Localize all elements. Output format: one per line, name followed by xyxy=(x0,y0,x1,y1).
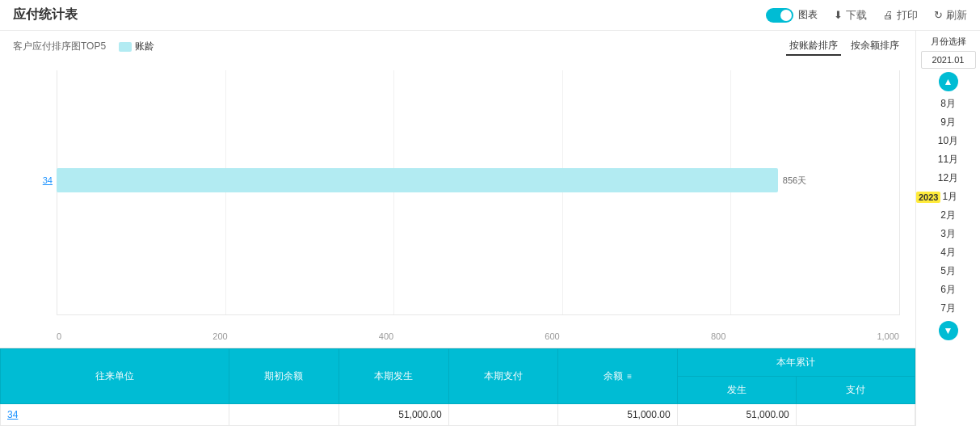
print-button[interactable]: 🖨 打印 xyxy=(883,8,918,23)
month-12[interactable]: 12月 xyxy=(916,169,980,188)
month-11[interactable]: 11月 xyxy=(916,150,980,169)
x-tick-600: 600 xyxy=(545,331,559,341)
download-icon: ⬇ xyxy=(834,9,843,21)
cell-unit: 34 xyxy=(1,404,229,426)
th-ytd-amount: 发生 xyxy=(677,377,796,404)
cell-opening xyxy=(229,404,339,426)
th-current-amount: 本期发生 xyxy=(339,349,448,404)
x-tick-400: 400 xyxy=(379,331,393,341)
th-current-paid: 本期支付 xyxy=(448,349,558,404)
month-2[interactable]: 2月 xyxy=(916,206,980,225)
refresh-button[interactable]: ↻ 刷新 xyxy=(934,8,967,23)
chart-title: 客户应付排序图TOP5 xyxy=(13,40,106,53)
th-balance: 余额 ≡ xyxy=(558,349,677,404)
month-4[interactable]: 4月 xyxy=(916,243,980,262)
toggle-track[interactable] xyxy=(766,8,793,23)
x-tick-800: 800 xyxy=(711,331,726,341)
page-header: 应付统计表 图表 ⬇ 下载 🖨 打印 ↻ 刷新 xyxy=(0,0,980,31)
cell-current-paid xyxy=(448,404,558,426)
unit-link[interactable]: 34 xyxy=(7,409,18,420)
table-section: 往来单位 期初余额 本期发生 本期支付 余额 ≡ 本年累计 发生 xyxy=(0,348,915,426)
x-tick-200: 200 xyxy=(212,331,227,341)
legend-label-aging: 账龄 xyxy=(135,40,154,53)
month-1[interactable]: 1月 xyxy=(942,188,980,206)
chart-section: 客户应付排序图TOP5 账龄 按账龄排序 按余额排序 xyxy=(0,31,915,426)
bar-row-label-34[interactable]: 34 xyxy=(12,168,53,192)
sidebar-months: 8月 9月 10月 11月 12月 2023 1月 2月 3月 4月 5月 6月… xyxy=(916,95,980,318)
sidebar-title: 月份选择 xyxy=(931,36,966,48)
download-button[interactable]: ⬇ 下载 xyxy=(834,8,867,23)
x-axis: 0 200 400 600 800 1,000 xyxy=(57,331,899,341)
x-tick-1000: 1,000 xyxy=(877,331,899,341)
x-tick-0: 0 xyxy=(57,331,61,341)
chart-legend: 客户应付排序图TOP5 账龄 xyxy=(13,40,154,53)
refresh-label: 刷新 xyxy=(946,8,967,23)
year-badge: 2023 xyxy=(916,192,940,203)
month-7[interactable]: 7月 xyxy=(916,299,980,318)
sort-by-balance[interactable]: 按余额排序 xyxy=(848,37,902,56)
chart-plot-area: 34 856天 xyxy=(57,70,899,315)
cell-current-amount: 51,000.00 xyxy=(339,404,448,426)
month-9[interactable]: 9月 xyxy=(916,113,980,132)
sidebar: 月份选择 ▲ 8月 9月 10月 11月 12月 2023 1月 2月 3月 4… xyxy=(915,31,980,426)
chart-toggle-label: 图表 xyxy=(798,8,818,22)
chart-header: 客户应付排序图TOP5 账龄 按账龄排序 按余额排序 xyxy=(0,31,915,62)
month-5[interactable]: 5月 xyxy=(916,262,980,280)
toggle-thumb xyxy=(780,10,792,21)
th-ytd-paid: 支付 xyxy=(796,377,915,404)
sidebar-up-button[interactable]: ▲ xyxy=(939,72,958,91)
data-table: 往来单位 期初余额 本期发生 本期支付 余额 ≡ 本年累计 发生 xyxy=(0,348,915,426)
sidebar-date-input[interactable] xyxy=(921,51,976,69)
th-opening: 期初余额 xyxy=(229,349,339,404)
cell-ytd-amount: 51,000.00 xyxy=(677,404,796,426)
main-content: 客户应付排序图TOP5 账龄 按账龄排序 按余额排序 xyxy=(0,31,980,426)
th-ytd: 本年累计 xyxy=(677,349,915,377)
table-row: 34 51,000.00 51,000.00 51,000.00 xyxy=(1,404,915,426)
cell-ytd-paid xyxy=(796,404,915,426)
month-6[interactable]: 6月 xyxy=(916,280,980,299)
chart-sort: 按账龄排序 按余额排序 xyxy=(786,37,902,56)
month-10[interactable]: 10月 xyxy=(916,132,980,150)
download-label: 下载 xyxy=(846,8,867,23)
print-icon: 🖨 xyxy=(883,9,894,21)
header-actions: 图表 ⬇ 下载 🖨 打印 ↻ 刷新 xyxy=(766,8,967,23)
month-3[interactable]: 3月 xyxy=(916,225,980,243)
chart-toggle[interactable]: 图表 xyxy=(766,8,818,23)
legend-item-aging: 账龄 xyxy=(119,40,154,53)
sort-by-aging[interactable]: 按账龄排序 xyxy=(786,37,841,56)
month-1-row: 2023 1月 xyxy=(916,188,980,206)
bar-end-label-34: 856天 xyxy=(783,168,806,192)
page-title: 应付统计表 xyxy=(13,6,78,23)
cell-balance: 51,000.00 xyxy=(558,404,677,426)
print-label: 打印 xyxy=(897,8,918,23)
sidebar-down-button[interactable]: ▼ xyxy=(939,321,958,340)
legend-color-box xyxy=(119,42,132,52)
th-unit: 往来单位 xyxy=(1,349,229,404)
balance-icon: ≡ xyxy=(627,372,632,381)
month-8[interactable]: 8月 xyxy=(916,95,980,113)
bar-34 xyxy=(57,168,778,192)
chart-body: 34 856天 0 200 400 600 800 1,000 xyxy=(0,62,915,348)
refresh-icon: ↻ xyxy=(934,9,943,21)
